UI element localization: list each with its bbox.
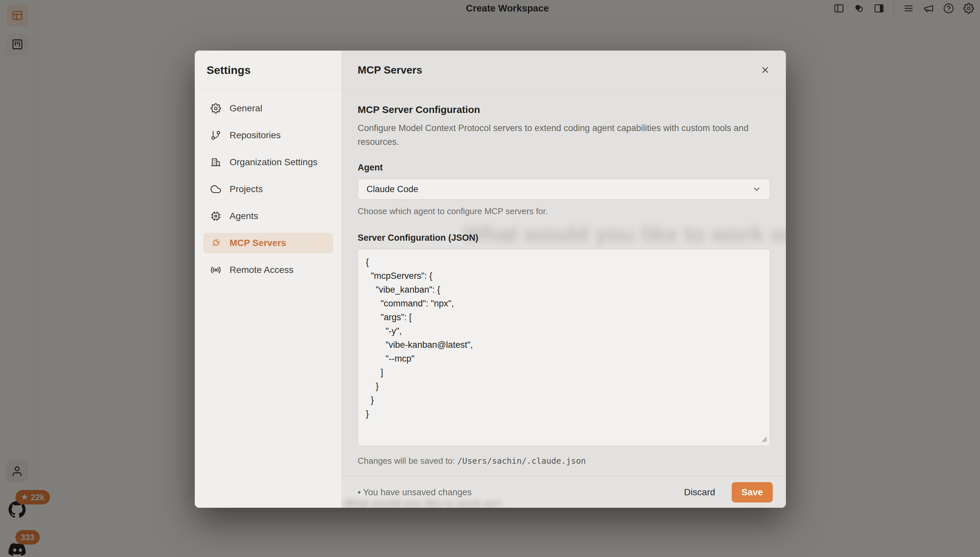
sidebar-item-label: Repositories [230,130,281,140]
save-button[interactable]: Save [732,482,773,502]
section-title: MCP Server Configuration [358,104,770,115]
gear-icon [210,103,221,114]
sidebar-item-label: Agents [230,211,258,221]
pane-title: MCP Servers [358,64,422,76]
agent-select[interactable]: Claude Code [358,179,770,200]
discard-button[interactable]: Discard [682,487,717,498]
agent-label: Agent [358,163,770,173]
sidebar-item-projects[interactable]: Projects [203,179,333,199]
broadcast-icon [210,265,221,275]
chevron-down-icon [752,184,761,194]
save-path-prefix: Changes will be saved to: [358,456,455,466]
sidebar-item-label: General [230,103,262,114]
json-config-textarea[interactable]: { "mcpServers": { "vibe_kanban": { "comm… [358,249,770,446]
sidebar-item-label: MCP Servers [230,238,286,248]
modal-footer: What would you like to work on? • You ha… [342,477,786,508]
screen: 22k 333 Create Workspace [0,0,980,557]
close-button[interactable] [758,62,773,78]
sidebar-item-agents[interactable]: Agents [203,206,333,226]
sidebar-item-repositories[interactable]: Repositories [203,125,333,145]
save-path-value: /Users/sachin/.claude.json [457,456,586,466]
cpu-icon [210,211,221,221]
plug-icon [210,238,221,248]
settings-modal: Settings General Repositories [195,50,786,508]
settings-nav: General Repositories Organization Settin… [195,90,342,287]
sidebar-item-general[interactable]: General [203,98,333,119]
json-config-label: Server Configuration (JSON) [358,233,770,243]
sidebar-item-label: Projects [230,184,263,194]
close-icon [760,65,770,75]
resize-grip-icon[interactable] [759,434,768,443]
settings-title: Settings [195,50,342,90]
unsaved-changes-indicator: • You have unsaved changes [358,487,682,498]
git-branch-icon [210,130,221,140]
section-description: Configure Model Context Protocol servers… [358,121,770,149]
settings-main-panel: MCP Servers What would you like to work … [342,50,786,508]
sidebar-item-label: Remote Access [230,265,294,275]
ghost-underlay-text-footer: What would you like to work on? [344,498,502,508]
agent-select-value: Claude Code [366,184,418,194]
sidebar-item-label: Organization Settings [230,157,317,168]
save-path-note: Changes will be saved to: /Users/sachin/… [358,456,770,466]
settings-sidebar: Settings General Repositories [195,50,342,508]
building-icon [210,157,221,168]
sidebar-item-remote-access[interactable]: Remote Access [203,260,333,280]
sidebar-item-organization-settings[interactable]: Organization Settings [203,152,333,173]
mcp-config-content: What would you like to work on? MCP Serv… [342,90,786,477]
agent-help-text: Choose which agent to configure MCP serv… [358,206,770,217]
cloud-icon [210,184,221,194]
sidebar-item-mcp-servers[interactable]: MCP Servers [203,233,333,253]
